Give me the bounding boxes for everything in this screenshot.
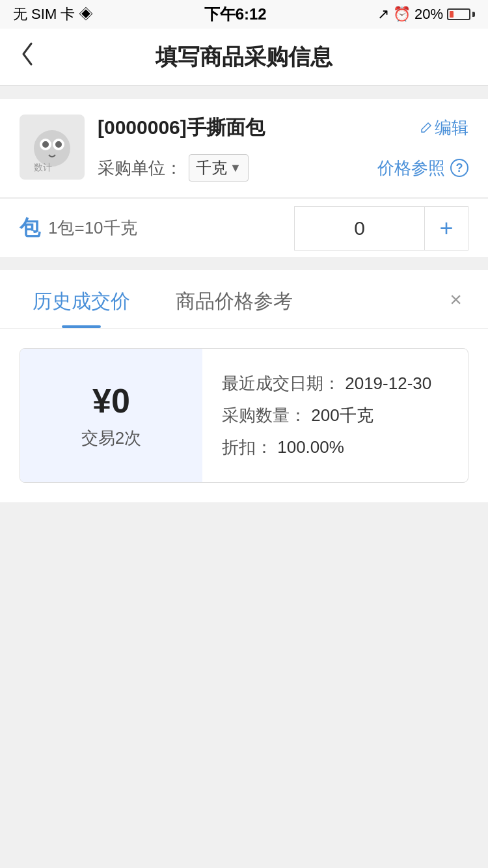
price-ref-label: 价格参照 — [377, 157, 445, 180]
product-info: [0000006]手撕面包 编辑 采购单位： 千克 ▼ — [98, 115, 468, 182]
unit-label-text: 采购单位： — [98, 157, 182, 180]
edit-label: 编辑 — [435, 116, 468, 139]
info-icon: ? — [450, 159, 468, 177]
page-title: 填写商品采购信息 — [156, 42, 332, 72]
quantity-label: 包 1包=10千克 — [20, 214, 137, 243]
transaction-discount-row: 折扣： 100.00% — [222, 436, 448, 459]
status-bar-right: ↗ ⏰ 20% — [377, 6, 475, 23]
sim-status: 无 SIM 卡 ◈ — [13, 5, 93, 24]
svg-point-4 — [55, 141, 62, 148]
dropdown-arrow-icon: ▼ — [230, 161, 241, 175]
purchase-quantity-label: 采购数量： — [222, 405, 306, 425]
status-bar: 无 SIM 卡 ◈ 下午6:12 ↗ ⏰ 20% — [0, 0, 488, 29]
purchase-quantity-value: 200千克 — [311, 405, 373, 425]
product-title: 手撕面包 — [187, 116, 265, 138]
product-card: 数计 [0000006]手撕面包 编辑 采购单位： 千克 — [0, 99, 488, 197]
transaction-quantity-row: 采购数量： 200千克 — [222, 404, 448, 427]
battery-icon — [447, 8, 475, 20]
quantity-input[interactable] — [294, 206, 424, 251]
edit-button[interactable]: 编辑 — [419, 116, 468, 139]
product-name-row: [0000006]手撕面包 编辑 — [98, 115, 468, 141]
history-content: ¥0 交易2次 最近成交日期： 2019-12-30 采购数量： 200千克 折… — [0, 329, 488, 502]
svg-point-3 — [42, 141, 49, 148]
product-name: [0000006]手撕面包 — [98, 115, 265, 141]
nav-bar: 填写商品采购信息 — [0, 29, 488, 86]
discount-label: 折扣： — [222, 437, 273, 457]
unit-value: 千克 — [196, 157, 227, 178]
unit-select[interactable]: 千克 ▼ — [189, 154, 249, 182]
quantity-section: 包 1包=10千克 + — [0, 198, 488, 257]
bag-conversion: 1包=10千克 — [48, 217, 137, 239]
svg-text:数计: 数计 — [34, 162, 52, 172]
discount-value: 100.00% — [277, 437, 344, 457]
alarm-icon: ⏰ — [393, 6, 411, 23]
quantity-input-row: + — [294, 206, 468, 251]
tab-price-reference[interactable]: 商品价格参考 — [163, 270, 306, 328]
quantity-plus-button[interactable]: + — [424, 206, 468, 251]
svg-point-0 — [34, 130, 70, 167]
location-icon: ↗ — [377, 6, 389, 23]
back-button[interactable] — [20, 41, 35, 73]
transaction-date-row: 最近成交日期： 2019-12-30 — [222, 372, 448, 395]
transaction-card: ¥0 交易2次 最近成交日期： 2019-12-30 采购数量： 200千克 折… — [20, 348, 468, 483]
product-image: 数计 — [20, 115, 85, 180]
empty-space — [0, 502, 488, 868]
transaction-count: 交易2次 — [81, 427, 141, 450]
battery-percent: 20% — [414, 6, 443, 23]
status-bar-left: 无 SIM 卡 ◈ — [13, 5, 93, 24]
status-bar-time: 下午6:12 — [204, 4, 267, 25]
product-header: 数计 [0000006]手撕面包 编辑 采购单位： 千克 — [20, 115, 468, 182]
product-id: [0000006] — [98, 116, 187, 138]
tab-history-price[interactable]: 历史成交价 — [20, 270, 143, 328]
date-value: 2019-12-30 — [345, 373, 431, 393]
price-ref-button[interactable]: 价格参照 ? — [377, 157, 468, 180]
transaction-price: ¥0 — [92, 381, 130, 420]
tab-close-button[interactable]: × — [443, 280, 468, 318]
tabs-header: 历史成交价 商品价格参考 × — [0, 270, 488, 329]
unit-label: 采购单位： 千克 ▼ — [98, 154, 249, 182]
product-unit-row: 采购单位： 千克 ▼ 价格参照 ? — [98, 154, 468, 182]
transaction-right: 最近成交日期： 2019-12-30 采购数量： 200千克 折扣： 100.0… — [202, 349, 468, 482]
transaction-left: ¥0 交易2次 — [20, 349, 202, 482]
tabs-section: 历史成交价 商品价格参考 × ¥0 交易2次 最近成交日期： 2019-12-3… — [0, 270, 488, 502]
date-label: 最近成交日期： — [222, 373, 340, 393]
bag-icon: 包 — [20, 214, 40, 243]
